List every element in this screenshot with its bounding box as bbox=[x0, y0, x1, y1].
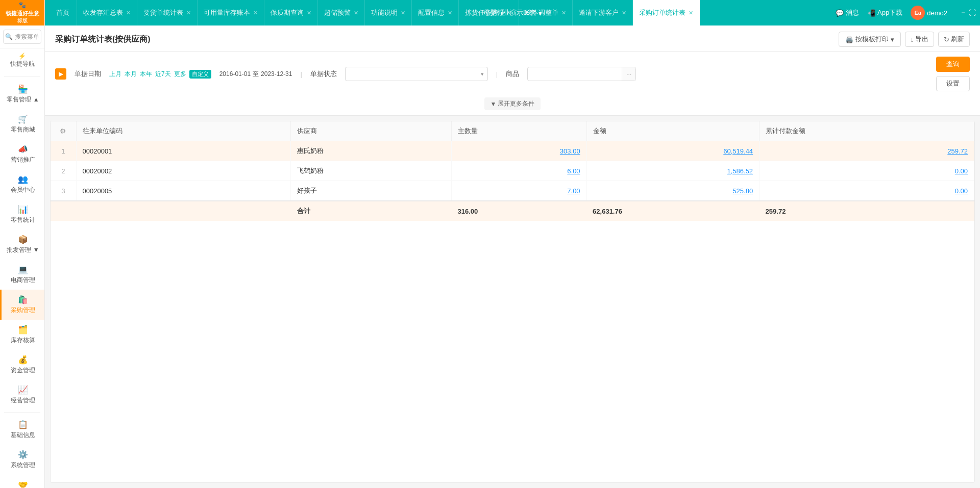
quick-nav-section: ⚡ 快捷导航 bbox=[0, 48, 44, 74]
shortcut-more[interactable]: 更多 bbox=[174, 70, 186, 79]
user-profile-button[interactable]: Ea demo2 bbox=[911, 6, 947, 20]
tab-home-label: 首页 bbox=[56, 8, 69, 17]
cumulative-paid-cell[interactable]: 0.00 bbox=[760, 181, 974, 201]
shortcut-last-month[interactable]: 上月 bbox=[109, 70, 121, 79]
tab-receive-pay[interactable]: 收发存汇总表 ✕ bbox=[77, 0, 137, 25]
sidebar-item-purchase[interactable]: 🛍️ 采购管理 bbox=[0, 290, 44, 320]
shortcut-this-month[interactable]: 本月 bbox=[125, 70, 137, 79]
shortcut-7days[interactable]: 近7天 bbox=[155, 70, 171, 79]
product-input[interactable] bbox=[528, 68, 622, 80]
sidebar-item-ops[interactable]: 📈 经营管理 bbox=[0, 380, 44, 410]
table-row[interactable]: 1 00020001 惠氏奶粉 303.00 60,519.44 259.72 bbox=[51, 141, 974, 161]
amount-cell[interactable]: 525.80 bbox=[586, 181, 760, 201]
custom-date-badge[interactable]: 自定义 bbox=[189, 70, 211, 79]
export-icon: ↓ bbox=[911, 36, 914, 43]
settings-button[interactable]: 设置 bbox=[936, 76, 970, 91]
tab-close-icon[interactable]: ✕ bbox=[508, 10, 512, 16]
sidebar-item-finance[interactable]: 💰 资金管理 bbox=[0, 350, 44, 380]
cumulative-paid-cell[interactable]: 259.72 bbox=[760, 141, 974, 161]
print-dropdown-arrow[interactable]: ▾ bbox=[891, 36, 894, 43]
amount-cell[interactable]: 1,586.52 bbox=[586, 161, 760, 181]
marketing-icon: 📣 bbox=[18, 144, 28, 154]
sidebar-item-basic-info[interactable]: 📋 基础信息 bbox=[0, 415, 44, 445]
tab-label: 功能说明 bbox=[371, 8, 398, 17]
query-button[interactable]: 查询 bbox=[936, 57, 970, 72]
quick-nav-icon: ⚡ bbox=[18, 53, 26, 60]
refresh-button[interactable]: ↻ 刷新 bbox=[938, 32, 970, 47]
tab-purchase-stats[interactable]: 采购订单统计表 ✕ bbox=[633, 0, 700, 25]
export-button[interactable]: ↓ 导出 bbox=[905, 32, 935, 47]
tab-close-icon[interactable]: ✕ bbox=[689, 10, 693, 16]
app-download-button[interactable]: 📲 App下载 bbox=[867, 8, 902, 17]
export-label: 导出 bbox=[915, 35, 928, 44]
date-to-value: 2023-12-31 bbox=[261, 70, 292, 78]
table-row[interactable]: 3 00020005 好孩子 7.00 525.80 0.00 bbox=[51, 181, 974, 201]
sidebar-item-enterprise[interactable]: 🤝 企业协同 bbox=[0, 475, 44, 488]
sidebar-item-marketing[interactable]: 📣 营销推广 bbox=[0, 139, 44, 169]
user-avatar: Ea bbox=[911, 6, 925, 20]
sidebar-item-member[interactable]: 👥 会员中心 bbox=[0, 169, 44, 199]
tab-close-icon[interactable]: ✕ bbox=[401, 10, 405, 16]
message-button[interactable]: 💬 消息 bbox=[836, 8, 859, 17]
tab-invite[interactable]: 邀请下游客户 ✕ bbox=[573, 0, 633, 25]
shortcut-this-year[interactable]: 本年 bbox=[140, 70, 152, 79]
sidebar-item-retail-mgmt[interactable]: 🏪 零售管理 ▲ bbox=[0, 79, 44, 109]
expand-more-button[interactable]: ▼ 展开更多条件 bbox=[484, 97, 541, 110]
tab-overstock[interactable]: 超储预警 ✕ bbox=[318, 0, 365, 25]
template-print-label: 按模板打印 bbox=[855, 35, 889, 44]
sidebar-item-wholesale[interactable]: 📦 批发管理 ▼ bbox=[0, 229, 44, 260]
tab-expiry-query[interactable]: 保质期查询 ✕ bbox=[264, 0, 318, 25]
tab-close-icon[interactable]: ✕ bbox=[186, 10, 191, 16]
main-qty-cell[interactable]: 303.00 bbox=[451, 141, 586, 161]
filter-toggle-button[interactable]: ▶ bbox=[55, 68, 66, 80]
main-qty-cell[interactable]: 6.00 bbox=[451, 161, 586, 181]
tab-close-icon[interactable]: ✕ bbox=[354, 10, 358, 16]
ops-icon: 📈 bbox=[18, 385, 28, 395]
sidebar-item-inventory[interactable]: 🗂️ 库存核算 bbox=[0, 320, 44, 350]
logo-text: 畅捷通好生意 bbox=[6, 10, 39, 17]
tab-func-desc[interactable]: 功能说明 ✕ bbox=[365, 0, 412, 25]
tab-close-icon[interactable]: ✕ bbox=[561, 10, 566, 16]
refresh-label: 刷新 bbox=[951, 35, 964, 44]
tab-label: 配置信息 bbox=[418, 8, 445, 17]
sidebar-item-ecommerce[interactable]: 💻 电商管理 bbox=[0, 260, 44, 290]
tab-close-icon[interactable]: ✕ bbox=[126, 10, 131, 16]
tab-label: 邀请下游客户 bbox=[579, 8, 619, 17]
main-qty-cell[interactable]: 7.00 bbox=[451, 181, 586, 201]
table-row[interactable]: 2 00020002 飞鹤奶粉 6.00 1,586.52 0.00 bbox=[51, 161, 974, 181]
sidebar-item-label: 经营管理 bbox=[11, 396, 35, 405]
quick-nav-button[interactable]: ⚡ 快捷导航 bbox=[0, 49, 44, 71]
tab-close-icon[interactable]: ✕ bbox=[253, 10, 258, 16]
main-content: 母婴行业演示账套 ▾ 首页 收发存汇总表 ✕ 要货单统计表 ✕ 可用量库存账本 … bbox=[45, 0, 980, 488]
tab-close-icon[interactable]: ✕ bbox=[448, 10, 452, 16]
purchase-icon: 🛍️ bbox=[18, 295, 28, 304]
tab-config-info[interactable]: 配置信息 ✕ bbox=[412, 0, 459, 25]
search-menu-button[interactable]: 🔍 搜索菜单 bbox=[3, 30, 41, 44]
tab-available-inventory[interactable]: 可用量库存账本 ✕ bbox=[198, 0, 264, 25]
maximize-icon[interactable]: ⛶ bbox=[969, 9, 976, 17]
top-navigation-bar: 母婴行业演示账套 ▾ 首页 收发存汇总表 ✕ 要货单统计表 ✕ 可用量库存账本 … bbox=[45, 0, 980, 25]
minimize-icon[interactable]: － bbox=[960, 8, 967, 17]
tab-home[interactable]: 首页 bbox=[49, 0, 77, 25]
status-input[interactable] bbox=[345, 67, 488, 81]
account-dropdown[interactable]: 母婴行业演示账套 ▾ bbox=[483, 8, 542, 17]
avatar-initials: Ea bbox=[915, 10, 921, 16]
tab-order-stats[interactable]: 要货单统计表 ✕ bbox=[137, 0, 198, 25]
inventory-icon: 🗂️ bbox=[18, 325, 28, 335]
col-gear[interactable]: ⚙ bbox=[51, 121, 76, 141]
tab-close-icon[interactable]: ✕ bbox=[622, 10, 626, 16]
tab-close-icon[interactable]: ✕ bbox=[307, 10, 311, 16]
sidebar-item-sys-mgmt[interactable]: ⚙️ 系统管理 bbox=[0, 445, 44, 475]
filter-expand-row: ▼ 展开更多条件 bbox=[55, 94, 970, 110]
app-logo: 🐾 畅捷通好生意 标版 bbox=[0, 0, 44, 25]
status-dropdown-icon[interactable]: ▾ bbox=[481, 71, 484, 78]
sidebar-item-retail-stats[interactable]: 📊 零售统计 bbox=[0, 199, 44, 229]
cumulative-paid-cell[interactable]: 0.00 bbox=[760, 161, 974, 181]
footer-empty-cell bbox=[51, 201, 76, 221]
template-print-button[interactable]: 🖨️ 按模板打印 ▾ bbox=[839, 32, 901, 47]
product-more-icon[interactable]: ··· bbox=[622, 67, 635, 81]
amount-cell[interactable]: 60,519.44 bbox=[586, 141, 760, 161]
column-settings-icon[interactable]: ⚙ bbox=[60, 127, 66, 135]
tab-label: 超储预警 bbox=[324, 8, 351, 17]
sidebar-item-retail-shop[interactable]: 🛒 零售商城 bbox=[0, 109, 44, 139]
